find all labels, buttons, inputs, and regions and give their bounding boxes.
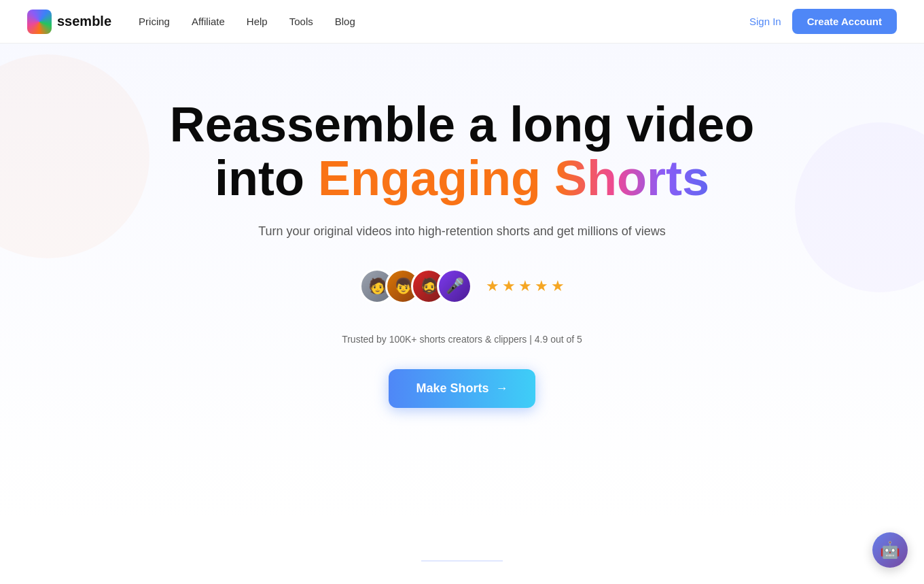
logo-link[interactable]: ssemble xyxy=(27,10,111,34)
navbar: ssemble Pricing Affiliate Help Tools Blo… xyxy=(0,0,924,44)
make-shorts-button[interactable]: Make Shorts → xyxy=(389,369,535,408)
star-1: ★ xyxy=(486,277,499,295)
create-account-button[interactable]: Create Account xyxy=(792,9,897,34)
avatar-4: 🎤 xyxy=(437,269,472,304)
chat-icon: 🤖 xyxy=(880,540,900,560)
trust-text: Trusted by 100K+ shorts creators & clipp… xyxy=(342,334,582,345)
star-3: ★ xyxy=(518,277,532,295)
logo-text: ssemble xyxy=(57,14,111,29)
sign-in-link[interactable]: Sign In xyxy=(749,16,781,27)
hero-section: Reassemble a long video into Engaging Sh… xyxy=(0,44,924,519)
hero-shorts: Shorts xyxy=(554,151,709,205)
scroll-divider xyxy=(421,560,503,562)
hero-title-into: into xyxy=(215,151,318,205)
hero-title-line1: Reassemble a long video xyxy=(170,97,754,152)
blob-1 xyxy=(0,54,149,258)
star-2: ★ xyxy=(502,277,516,295)
hero-inner: Reassemble a long video into Engaging Sh… xyxy=(170,98,754,408)
nav-left: ssemble Pricing Affiliate Help Tools Blo… xyxy=(27,10,355,34)
arrow-icon: → xyxy=(496,381,508,396)
blob-2 xyxy=(795,122,924,292)
logo-icon xyxy=(27,10,52,34)
nav-affiliate[interactable]: Affiliate xyxy=(192,16,225,27)
social-proof: 🧑 👦 🧔 🎤 ★ ★ ★ ★ ★ xyxy=(359,269,565,304)
hero-title: Reassemble a long video into Engaging Sh… xyxy=(170,98,754,205)
nav-right: Sign In Create Account xyxy=(749,9,897,34)
nav-tools[interactable]: Tools xyxy=(289,16,313,27)
star-4: ★ xyxy=(535,277,548,295)
nav-help[interactable]: Help xyxy=(247,16,268,27)
nav-links: Pricing Affiliate Help Tools Blog xyxy=(139,16,355,28)
chat-widget-button[interactable]: 🤖 xyxy=(872,532,908,568)
nav-pricing[interactable]: Pricing xyxy=(139,16,170,27)
cta-label: Make Shorts xyxy=(416,381,488,396)
hero-engaging: Engaging xyxy=(318,151,541,205)
nav-blog[interactable]: Blog xyxy=(335,16,355,27)
star-5: ★ xyxy=(551,277,565,295)
avatars: 🧑 👦 🧔 🎤 xyxy=(359,269,472,304)
hero-subtitle: Turn your original videos into high-rete… xyxy=(258,222,666,241)
stars-container: ★ ★ ★ ★ ★ xyxy=(486,277,565,295)
